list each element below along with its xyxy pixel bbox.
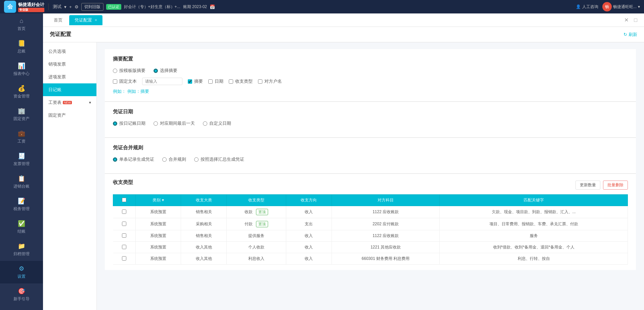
fixed-text-input[interactable] (142, 78, 182, 85)
left-nav-payroll-table[interactable]: 工资表 NEW ▾ (43, 96, 96, 109)
voucher-date-radio-group: 按日记账日期 对应期间最后一天 自定义日期 (113, 120, 628, 126)
batch-delete-button[interactable]: 批量删除 (603, 181, 628, 190)
sidebar-item-member[interactable]: 👑 畅会员 (0, 306, 43, 310)
row-0-major-type: 销售相关 (181, 206, 227, 218)
row-2-checkbox-cell[interactable] (113, 230, 136, 242)
tab-voucher-close[interactable]: × (95, 17, 97, 23)
date-radio-period-last[interactable]: 对应期间最后一天 (154, 120, 195, 126)
sidebar-label-tax: 税务管理 (13, 206, 30, 212)
right-content: 摘要配置 按模板版摘要 选择摘要 (97, 42, 644, 310)
row-1-status-btn[interactable]: 置顶 (256, 221, 268, 227)
merge-radio-single-input[interactable] (113, 157, 117, 162)
summary-radio-select[interactable]: 选择摘要 (154, 68, 177, 74)
counterparty-checkbox[interactable] (258, 79, 262, 84)
row-3-direction: 收入 (286, 242, 332, 253)
update-quantity-button[interactable]: 更新数量 (575, 181, 600, 190)
summary-radio-template-input[interactable] (113, 69, 117, 73)
sidebar-item-tax[interactable]: 📝 税务管理 (0, 193, 43, 216)
calendar-icon[interactable]: 📅 (210, 4, 215, 9)
left-nav-public[interactable]: 公共选项 (43, 45, 96, 58)
sidebar-item-settings[interactable]: ⚙ 设置 (0, 261, 43, 283)
tab-bar-actions: ✕ □ (623, 16, 639, 24)
add-icon[interactable]: + (69, 4, 72, 9)
left-nav-fixed-asset[interactable]: 固定资产 (43, 109, 96, 122)
date-radio-custom[interactable]: 自定义日期 (203, 120, 231, 126)
row-0-status-btn[interactable]: 置顶 (256, 209, 268, 215)
row-4-checkbox-cell[interactable] (113, 253, 136, 265)
payment-type-checkbox[interactable] (229, 79, 233, 84)
page-header: 凭证配置 ↻ 刷新 (43, 27, 644, 42)
user-menu[interactable]: 畅 畅捷通旺旺... ▾ (602, 2, 640, 11)
sidebar-item-fund[interactable]: 💰 资金管理 (0, 81, 43, 103)
guide-icon: 🎯 (18, 287, 25, 295)
date-radio-daily[interactable]: 按日记账日期 (113, 120, 145, 126)
row-0-direction: 收入 (286, 206, 332, 218)
refresh-button[interactable]: ↻ 刷新 (624, 32, 637, 38)
row-2-checkbox[interactable] (122, 233, 126, 238)
fixed-text-checkbox-label[interactable]: 固定文本 (113, 78, 137, 84)
date-radio-custom-label: 自定义日期 (209, 120, 231, 126)
row-3-major-type: 收入其他 (181, 242, 227, 253)
sidebar-item-ledger[interactable]: 📒 总账 (0, 36, 43, 58)
date-checkbox[interactable] (208, 79, 213, 84)
col-expense-type-header: 收支类型 (226, 195, 286, 206)
counterparty-checkbox-label[interactable]: 对方户名 (258, 78, 282, 84)
left-nav-sales-invoice[interactable]: 销项发票 (43, 58, 96, 71)
income-expense-table: 类别 ▾ 收支大类 收支类型 收支方向 对方科目 匹配关键字 系统预置 销售相关 (113, 194, 628, 265)
payment-type-checkbox-label[interactable]: 收支类型 (229, 78, 253, 84)
sidebar-label-guide: 新手引导 (13, 296, 30, 302)
company-name[interactable]: 测试 (53, 4, 61, 10)
row-1-checkbox-cell[interactable] (113, 218, 136, 230)
tab-home[interactable]: 首页 (48, 15, 68, 25)
date-radio-period-last-input[interactable] (154, 121, 158, 126)
date-checkbox-label[interactable]: 日期 (208, 78, 223, 84)
sidebar-item-settle[interactable]: ✅ 结账 (0, 216, 43, 238)
switch-old-button[interactable]: 切到旧版 (81, 3, 103, 11)
row-3-keywords: 收到*借款、收到*备用金、退回*备用金、个人 (440, 242, 628, 253)
tab-maximize-button[interactable]: □ (633, 16, 639, 24)
period-label: 账期 2023-02 (183, 4, 207, 10)
merge-radio-merge[interactable]: 合并规则 (162, 156, 186, 162)
sidebar-item-salary[interactable]: 💼 工资 (0, 126, 43, 148)
tab-close-button[interactable]: ✕ (623, 16, 630, 24)
merge-radio-merge-input[interactable] (162, 157, 167, 162)
summary-checkbox-label[interactable]: 摘要 (188, 78, 203, 84)
row-1-checkbox[interactable] (122, 222, 126, 226)
col-checkbox-header[interactable] (113, 195, 136, 206)
row-4-checkbox[interactable] (122, 256, 126, 261)
logo-main-text: 畅捷通好会计 (18, 2, 44, 8)
left-nav-purchase-invoice[interactable]: 进项发票 (43, 71, 96, 83)
row-0-checkbox[interactable] (122, 209, 126, 214)
row-0-account: 1122 应收账款 (332, 206, 440, 218)
sidebar-item-guide[interactable]: 🎯 新手引导 (0, 283, 43, 306)
account-info: 好会计（专）+好生意（标）+... (124, 4, 180, 10)
row-3-checkbox-cell[interactable] (113, 242, 136, 253)
summary-radio-select-input[interactable] (154, 69, 158, 73)
dropdown-icon[interactable]: ▾ (64, 4, 67, 9)
col-major-type-header: 收支大类 (181, 195, 227, 206)
fixed-text-checkbox[interactable] (113, 79, 117, 84)
summary-checkbox[interactable] (188, 79, 192, 84)
select-all-checkbox[interactable] (122, 198, 126, 202)
sidebar-item-report[interactable]: 📊 报表中心 (0, 58, 43, 81)
merge-radio-summary-input[interactable] (194, 157, 199, 162)
tab-voucher[interactable]: 凭证配置 × (69, 15, 102, 25)
settings-icon[interactable]: ⚙ (75, 4, 79, 9)
payment-type-label: 收支类型 (235, 78, 253, 84)
merge-radio-single[interactable]: 单条记录生成凭证 (113, 156, 154, 162)
sidebar-item-purchase[interactable]: 📋 进销台账 (0, 171, 43, 193)
sidebar-item-invoice[interactable]: 🧾 发票管理 (0, 148, 43, 171)
sidebar-item-home[interactable]: ⌂ 首页 (0, 13, 43, 36)
sidebar-item-archive[interactable]: 📁 归档管理 (0, 238, 43, 261)
sidebar-item-asset[interactable]: 🏢 固定资产 (0, 103, 43, 126)
merge-radio-summary[interactable]: 按照选择汇总生成凭证 (194, 156, 244, 162)
date-radio-custom-input[interactable] (203, 121, 207, 126)
expand-icon[interactable]: ▾ (89, 100, 91, 105)
left-nav-daily-ledger[interactable]: 日记账 (43, 83, 96, 96)
table-row: 系统预置 销售相关 收款 置顶 收入 1122 应收账款 欠款、现金、项目款、到… (113, 206, 628, 218)
row-3-checkbox[interactable] (122, 245, 126, 249)
consult-button[interactable]: 👤 人工咨询 (576, 4, 598, 10)
summary-radio-template[interactable]: 按模板版摘要 (113, 68, 145, 74)
date-radio-daily-input[interactable] (113, 121, 117, 126)
row-0-checkbox-cell[interactable] (113, 206, 136, 218)
